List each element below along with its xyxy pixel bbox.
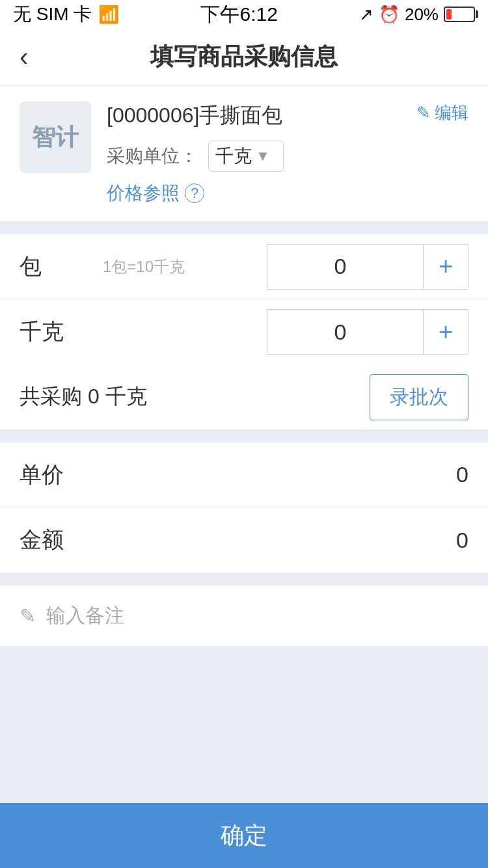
product-card: 智计 [0000006]手撕面包 采购单位： 千克 ▼ 价格参照 ? ✎ 编辑 <box>0 86 488 221</box>
unit-arrow-icon: ▼ <box>256 148 270 165</box>
total-text: 共采购 0 千克 <box>20 383 147 411</box>
unit-price-row: 单价 0 <box>0 442 488 508</box>
battery-fill <box>446 9 452 20</box>
bao-input-control: + <box>267 244 468 290</box>
unit-label: 采购单位： <box>107 144 198 169</box>
notes-section[interactable]: ✎ 输入备注 <box>0 586 488 646</box>
kg-input-row: 千克 + <box>0 299 488 364</box>
status-left: 无 SIM 卡 📶 <box>13 2 119 27</box>
kg-quantity-input[interactable] <box>267 309 423 355</box>
battery-icon <box>444 7 475 22</box>
total-row: 共采购 0 千克 录批次 <box>0 364 488 429</box>
status-time: 下午6:12 <box>200 1 277 28</box>
price-ref-question-icon: ? <box>185 183 204 203</box>
back-button[interactable]: ‹ <box>13 36 34 78</box>
edit-label: 编辑 <box>435 102 468 124</box>
price-ref[interactable]: 价格参照 ? <box>107 181 468 206</box>
product-image: 智计 <box>20 102 91 173</box>
background-filler <box>0 646 488 815</box>
bao-input-row: 包 1包=10千克 + <box>0 234 488 299</box>
sim-label: 无 SIM 卡 <box>13 2 92 27</box>
unit-price-label: 单价 <box>20 460 64 490</box>
status-right: ↗ ⏰ 20% <box>359 5 475 25</box>
confirm-button[interactable]: 确定 <box>0 803 488 868</box>
separator-3 <box>0 573 488 586</box>
bao-quantity-input[interactable] <box>267 244 423 290</box>
input-section: 包 1包=10千克 + 千克 + <box>0 234 488 364</box>
battery-label: 20% <box>405 5 439 25</box>
product-unit-row: 采购单位： 千克 ▼ <box>107 141 468 172</box>
kg-plus-button[interactable]: + <box>423 309 468 355</box>
unit-value: 千克 <box>215 144 252 169</box>
alarm-icon: ⏰ <box>379 5 400 25</box>
bao-sublabel: 1包=10千克 <box>103 256 267 277</box>
amount-row: 金额 0 <box>0 508 488 573</box>
price-section: 单价 0 金额 0 <box>0 442 488 573</box>
status-bar: 无 SIM 卡 📶 下午6:12 ↗ ⏰ 20% <box>0 0 488 29</box>
edit-button[interactable]: ✎ 编辑 <box>416 102 468 124</box>
wifi-icon: 📶 <box>98 5 119 25</box>
amount-value: 0 <box>456 528 468 553</box>
location-icon: ↗ <box>359 5 373 25</box>
product-logo: 智计 <box>32 122 79 154</box>
bao-plus-button[interactable]: + <box>423 244 468 290</box>
price-ref-label: 价格参照 <box>107 181 180 206</box>
notes-placeholder: 输入备注 <box>46 603 124 629</box>
amount-label: 金额 <box>20 525 64 555</box>
pencil-icon: ✎ <box>20 604 36 627</box>
product-name: [0000006]手撕面包 <box>107 102 468 130</box>
bao-label: 包 <box>20 252 98 282</box>
page-title: 填写商品采购信息 <box>150 41 338 73</box>
kg-input-control: + <box>267 309 468 355</box>
batch-button[interactable]: 录批次 <box>370 374 468 420</box>
unit-price-value: 0 <box>456 462 468 487</box>
kg-label: 千克 <box>20 317 98 347</box>
separator-2 <box>0 429 488 442</box>
product-info: [0000006]手撕面包 采购单位： 千克 ▼ 价格参照 ? <box>107 102 468 206</box>
edit-icon: ✎ <box>416 103 431 123</box>
nav-bar: ‹ 填写商品采购信息 <box>0 29 488 86</box>
unit-select[interactable]: 千克 ▼ <box>208 141 284 172</box>
separator-1 <box>0 221 488 234</box>
